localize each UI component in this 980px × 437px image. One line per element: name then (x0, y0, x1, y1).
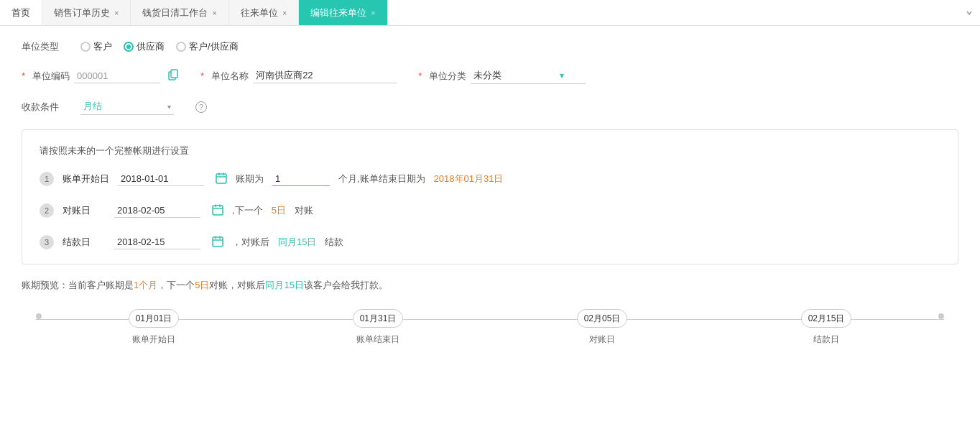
unit-code-group: * 单位编码 (22, 69, 179, 83)
tab-cashflow-close[interactable]: × (212, 9, 216, 17)
payment-terms-label: 收款条件 (22, 101, 59, 114)
period-date-3[interactable] (114, 235, 200, 249)
unit-code-input[interactable] (74, 69, 160, 83)
radio-customer-label: 客户 (93, 40, 112, 53)
unit-class-value: 未分类 (473, 69, 560, 82)
radio-supplier[interactable]: 供应商 (124, 40, 165, 53)
main-content: 单位类型 客户 供应商 客户/供应商 * 单位编码 (0, 26, 980, 437)
calendar-icon-2[interactable] (212, 204, 223, 218)
period-end-date-highlight: 2018年01月31日 (434, 172, 504, 185)
tab-edit-partner-label: 编辑往来单位 (310, 6, 366, 19)
payment-terms-value: 月结 (83, 100, 165, 113)
timeline-node-4-label: 02月15日 (801, 309, 851, 328)
timeline-end-circle (938, 313, 944, 319)
timeline-node-4-sub: 结款日 (813, 334, 839, 346)
tab-partners-close[interactable]: × (282, 9, 287, 17)
period-suffix-3: 结款 (325, 236, 343, 249)
period-num-3: 3 (40, 235, 54, 249)
unit-code-star: * (22, 70, 25, 81)
tab-cashflow-label: 钱货日清工作台 (142, 6, 208, 19)
period-card-title: 请按照未来的一个完整帐期进行设置 (40, 144, 940, 157)
unit-type-radio-group: 客户 供应商 客户/供应商 (80, 40, 239, 53)
period-row-1: 1 账单开始日 账期为 个月,账单结束日期为 2018年01月31日 (40, 172, 940, 186)
unit-class-dropdown[interactable]: 未分类 ▾ (471, 68, 586, 84)
svg-rect-1 (171, 70, 177, 78)
period-suffix-1b: 个月,账单结束日期为 (338, 172, 425, 185)
unit-class-label: 单位分类 (429, 70, 466, 83)
timeline-nodes: 01月01日 账单开始日 01月31日 账单结束日 02月05日 对账日 02月… (42, 309, 938, 346)
timeline-node-1-sub: 账单开始日 (132, 334, 175, 346)
calendar-icon-1[interactable] (216, 172, 227, 186)
copy-icon[interactable] (167, 69, 179, 83)
period-label-2: 对账日 (63, 204, 106, 217)
preview-item1: 1个月 (134, 280, 157, 290)
preview-mid1: ，下一个 (157, 280, 195, 290)
calendar-icon-3[interactable] (212, 236, 223, 249)
unit-info-row: * 单位编码 * 单位名称 * 单位分类 未分类 ▾ (22, 68, 958, 84)
preview-item3: 同月15日 (265, 280, 303, 290)
unit-class-arrow: ▾ (560, 70, 564, 80)
tab-bar: 首页 销售订单历史 × 钱货日清工作台 × 往来单位 × 编辑往来单位 × (0, 0, 980, 26)
period-day-highlight-2: 5日 (272, 204, 286, 217)
period-prefix-3: ，对账后 (232, 236, 269, 249)
unit-type-row: 单位类型 客户 供应商 客户/供应商 (22, 40, 958, 53)
tab-sales-history[interactable]: 销售订单历史 × (42, 0, 131, 25)
preview-text: 账期预览：当前客户账期是1个月，下一个5日对账，对账后同月15日该客户会给我打款… (22, 279, 958, 292)
tab-edit-partner[interactable]: 编辑往来单位 × (299, 0, 387, 25)
help-icon[interactable]: ? (195, 101, 207, 113)
tab-more-button[interactable] (958, 0, 980, 25)
period-months-input[interactable] (272, 172, 330, 186)
timeline-node-4: 02月15日 结款日 (714, 309, 938, 346)
unit-code-label: 单位编码 (32, 70, 70, 83)
period-num-1: 1 (40, 172, 54, 186)
tab-sales-history-close[interactable]: × (114, 9, 119, 17)
timeline-node-3-sub: 对账日 (589, 334, 615, 346)
period-date-2[interactable] (114, 203, 200, 218)
preview-suffix: 该客户会给我打款。 (304, 280, 388, 290)
timeline-node-2-sub: 账单结束日 (356, 334, 399, 346)
unit-name-label: 单位名称 (211, 70, 249, 83)
tab-cashflow[interactable]: 钱货日清工作台 × (131, 0, 228, 25)
payment-terms-select[interactable]: 月结 ▾ (80, 98, 174, 115)
timeline-start-dot (36, 309, 42, 319)
tab-partners[interactable]: 往来单位 × (229, 0, 299, 25)
period-prefix-2: ,下一个 (232, 204, 263, 217)
period-label-3: 结款日 (63, 236, 106, 249)
period-label-1: 账单开始日 (63, 172, 109, 185)
timeline: 01月01日 账单开始日 01月31日 账单结束日 02月05日 对账日 02月… (36, 309, 944, 346)
radio-customer[interactable]: 客户 (80, 40, 112, 53)
preview-prefix: 账期预览：当前客户账期是 (22, 280, 134, 290)
payment-terms-arrow: ▾ (167, 103, 171, 111)
radio-both[interactable]: 客户/供应商 (176, 40, 239, 53)
period-date-1[interactable] (118, 172, 204, 186)
svg-rect-10 (213, 237, 223, 247)
unit-name-star: * (200, 70, 204, 81)
svg-rect-6 (213, 206, 223, 215)
timeline-start-circle (36, 313, 42, 319)
timeline-node-2-label: 01月31日 (353, 309, 403, 328)
unit-name-input[interactable] (253, 69, 397, 83)
radio-both-label: 客户/供应商 (189, 40, 239, 53)
payment-terms-row: 收款条件 月结 ▾ ? (22, 98, 958, 115)
tab-partners-label: 往来单位 (241, 6, 278, 19)
radio-supplier-label: 供应商 (137, 40, 165, 53)
period-num-2: 2 (40, 203, 54, 218)
radio-both-circle (176, 42, 186, 52)
tab-home-label: 首页 (11, 6, 30, 19)
period-row-2: 2 对账日 ,下一个 5日 对账 (40, 203, 940, 218)
tab-edit-partner-close[interactable]: × (371, 9, 375, 17)
timeline-node-3: 02月05日 对账日 (490, 309, 714, 346)
tab-home[interactable]: 首页 (0, 0, 42, 25)
radio-supplier-circle (124, 42, 134, 52)
unit-class-star: * (418, 70, 422, 81)
tab-sales-history-label: 销售订单历史 (54, 6, 110, 19)
unit-name-group: * 单位名称 (200, 69, 397, 83)
preview-section: 账期预览：当前客户账期是1个月，下一个5日对账，对账后同月15日该客户会给我打款… (22, 279, 958, 346)
timeline-node-1-label: 01月01日 (129, 309, 179, 328)
period-suffix-1a: 账期为 (236, 172, 264, 185)
unit-class-group: * 单位分类 未分类 ▾ (418, 68, 586, 84)
timeline-node-1: 01月01日 账单开始日 (42, 309, 266, 346)
timeline-node-3-label: 02月05日 (577, 309, 627, 328)
svg-rect-2 (216, 174, 226, 183)
period-card: 请按照未来的一个完整帐期进行设置 1 账单开始日 账期为 个月,账单结束日期为 … (22, 129, 958, 264)
